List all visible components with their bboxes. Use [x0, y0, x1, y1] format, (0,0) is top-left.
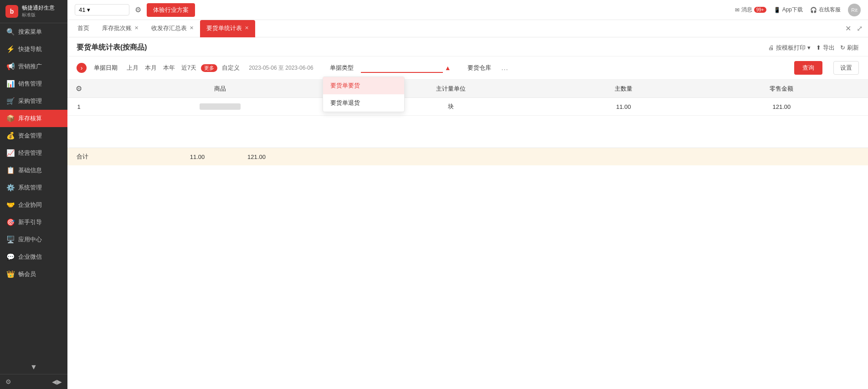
footer-amount: 121.00	[227, 154, 286, 160]
sidebar-item-basic[interactable]: 📋 基础信息	[0, 162, 67, 179]
filter-toggle-btn[interactable]: ›	[77, 63, 87, 73]
date-btn-last-month[interactable]: 上月	[125, 63, 140, 73]
export-btn[interactable]: ⬆ 导出	[816, 44, 835, 52]
sidebar-label-system: 系统管理	[18, 184, 42, 192]
tab-close-inventory-batch[interactable]: ✕	[134, 25, 139, 31]
sidebar-label-basic: 基础信息	[18, 166, 42, 174]
member-icon: 👑	[6, 270, 15, 278]
td-amount-1: 121.00	[695, 98, 868, 116]
sidebar-label-purchase: 采购管理	[18, 97, 42, 105]
top-header: 41 ▾ ⚙ 体验行业方案 ✉ 消息 99+ 📱 App下载 🎧 在线客服 Ri…	[67, 0, 868, 20]
sidebar-item-member[interactable]: 👑 畅会员	[0, 266, 67, 283]
messages-action[interactable]: ✉ 消息 99+	[735, 6, 766, 14]
gear-button[interactable]: ⚙	[135, 5, 141, 14]
avatar[interactable]: Rit	[848, 4, 861, 16]
sidebar-label-sales: 销售管理	[18, 80, 42, 88]
collapse-icon[interactable]: ◀▶	[52, 378, 62, 385]
tab-close-receive-send[interactable]: ✕	[190, 25, 194, 31]
online-service-action[interactable]: 🎧 在线客服	[810, 6, 841, 14]
app-download-label: App下载	[782, 6, 803, 14]
store-select[interactable]: 41 ▾	[75, 4, 129, 15]
query-button[interactable]: 查询	[794, 61, 822, 75]
sidebar-item-search[interactable]: 🔍 搜索菜单	[0, 23, 67, 41]
footer-label: 合计	[67, 153, 168, 161]
date-btn-this-year[interactable]: 本年	[161, 63, 177, 73]
type-select-wrap: ▲	[361, 63, 451, 73]
table-container: ⚙ 商品 主计量单位 主数量	[67, 80, 868, 262]
online-service-label: 在线客服	[819, 6, 841, 14]
tab-receive-send[interactable]: 收发存汇总表 ✕	[145, 20, 200, 37]
date-btn-custom[interactable]: 自定义	[220, 63, 241, 73]
chevron-down-icon: ▾	[87, 6, 90, 13]
tab-close-order-stats[interactable]: ✕	[245, 25, 249, 31]
sidebar-item-app-center[interactable]: 🖥️ 应用中心	[0, 231, 67, 248]
sidebar-item-marketing[interactable]: 📢 营销推广	[0, 58, 67, 75]
refresh-icon: ↻	[840, 44, 845, 51]
sidebar-item-purchase[interactable]: 🛒 采购管理	[0, 92, 67, 110]
sidebar-label-member: 畅会员	[18, 270, 36, 278]
sidebar-label-guide: 新手引导	[18, 218, 42, 226]
footer-space	[67, 120, 868, 148]
date-range-display: 2023-05-06 至 2023-06-06	[249, 64, 313, 72]
type-select-input[interactable]	[361, 63, 443, 73]
tab-inventory-batch[interactable]: 库存批次账 ✕	[96, 20, 145, 37]
sidebar-label-enterprise: 企业协同	[18, 201, 42, 209]
date-btn-more[interactable]: 更多	[201, 64, 217, 72]
sidebar-item-finance[interactable]: 💰 资金管理	[0, 127, 67, 144]
edition-label: 标准版	[22, 12, 55, 18]
sidebar-item-operations[interactable]: 📈 经营管理	[0, 144, 67, 162]
sidebar-item-guide[interactable]: 🎯 新手引导	[0, 214, 67, 231]
warehouse-dots[interactable]: …	[501, 64, 508, 72]
tab-home-label: 首页	[77, 24, 89, 32]
header-right: ✉ 消息 99+ 📱 App下载 🎧 在线客服 Rit	[735, 4, 861, 16]
print-expand-icon: ▾	[807, 44, 811, 51]
date-btn-this-month[interactable]: 本月	[143, 63, 159, 73]
operations-icon: 📈	[6, 149, 15, 157]
column-settings-icon[interactable]: ⚙	[76, 85, 82, 92]
td-quantity-1: 11.00	[552, 98, 695, 116]
sidebar-scroll-down[interactable]: ▼	[0, 360, 67, 374]
th-settings: ⚙	[67, 80, 90, 98]
type-select-arrow[interactable]: ▲	[445, 64, 451, 72]
td-product-1	[90, 98, 349, 116]
tab-expand-btn[interactable]: ⤢	[855, 23, 864, 34]
print-btn[interactable]: 🖨 按模板打印 ▾	[768, 44, 811, 52]
dropdown-option-order-return[interactable]: 要货单退货	[323, 94, 404, 112]
app-download-action[interactable]: 📱 App下载	[774, 6, 803, 14]
table-wrap: ⚙ 商品 主计量单位 主数量	[67, 80, 868, 120]
sidebar-item-system[interactable]: ⚙️ 系统管理	[0, 179, 67, 196]
purchase-icon: 🛒	[6, 97, 15, 105]
dropdown-option-order-purchase[interactable]: 要货单要货	[323, 77, 404, 94]
sidebar-label-search: 搜索菜单	[18, 28, 42, 36]
date-filter-label: 单据日期	[94, 64, 118, 72]
footer-label-text: 合计	[77, 153, 88, 160]
sidebar-item-wechat[interactable]: 💬 企业微信	[0, 248, 67, 266]
setting-button[interactable]: 设置	[833, 61, 859, 75]
sidebar-item-quick-nav[interactable]: ⚡ 快捷导航	[0, 41, 67, 58]
tab-close-all-btn[interactable]: ✕	[843, 23, 853, 34]
row-amount-1: 121.00	[772, 103, 791, 110]
data-table: ⚙ 商品 主计量单位 主数量	[67, 80, 868, 116]
logo-icon: b	[5, 5, 18, 18]
page-title: 要货单统计表(按商品)	[77, 43, 147, 52]
sidebar-label-finance: 资金管理	[18, 132, 42, 140]
footer-quantity: 11.00	[168, 154, 227, 160]
refresh-btn[interactable]: ↻ 刷新	[840, 44, 859, 52]
main-area: 41 ▾ ⚙ 体验行业方案 ✉ 消息 99+ 📱 App下载 🎧 在线客服 Ri…	[67, 0, 868, 389]
print-icon: 🖨	[768, 44, 774, 51]
sidebar-item-inventory[interactable]: 📦 库存核算	[0, 110, 67, 127]
tab-order-stats[interactable]: 要货单统计表 ✕	[200, 20, 255, 37]
sidebar: b 畅捷通好生意 标准版 🔍 搜索菜单 ⚡ 快捷导航 📢 营销推广 📊 销售管理…	[0, 0, 67, 389]
settings-icon[interactable]: ⚙	[5, 378, 11, 385]
warehouse-label: 要货仓库	[467, 64, 491, 72]
tab-bar-right: ✕ ⤢	[843, 23, 864, 34]
industry-button[interactable]: 体验行业方案	[147, 3, 195, 17]
row-index-1: 1	[77, 103, 80, 110]
sidebar-label-wechat: 企业微信	[18, 253, 42, 261]
date-shortcuts: 上月 本月 本年 近7天 更多 自定义	[125, 63, 241, 73]
tab-receive-send-label: 收发存汇总表	[151, 24, 187, 32]
sidebar-item-enterprise[interactable]: 🤝 企业协同	[0, 196, 67, 214]
sidebar-item-sales[interactable]: 📊 销售管理	[0, 75, 67, 92]
date-btn-last-7-days[interactable]: 近7天	[180, 63, 198, 73]
tab-home[interactable]: 首页	[71, 20, 96, 37]
